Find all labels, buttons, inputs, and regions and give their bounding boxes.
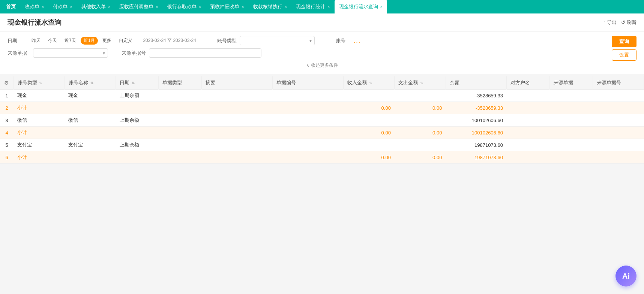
col-voucher-no[interactable]: 单据编号 bbox=[272, 76, 343, 90]
col-expense[interactable]: 支出金额 ⇅ bbox=[395, 76, 446, 90]
cell-source-voucher bbox=[550, 151, 593, 164]
close-icon-cash-bank-flow[interactable]: × bbox=[380, 4, 383, 9]
cell-balance: -3528659.33 bbox=[446, 102, 507, 114]
export-icon: ↑ bbox=[603, 19, 606, 25]
cell-income: 0.00 bbox=[343, 127, 394, 139]
close-icon-receipt[interactable]: × bbox=[42, 4, 44, 9]
col-balance[interactable]: 余额 bbox=[446, 76, 507, 90]
cell-expense: 0.00 bbox=[395, 102, 446, 114]
cell-date bbox=[116, 127, 158, 139]
cell-summary bbox=[201, 151, 272, 164]
nav-item-receipt-verify[interactable]: 收款核销执行× bbox=[249, 0, 291, 13]
close-icon-payment[interactable]: × bbox=[70, 4, 72, 9]
cell-voucher-type bbox=[158, 90, 201, 102]
table-row: 2小计0.000.00-3528659.33 bbox=[0, 102, 644, 114]
date-opt-今天[interactable]: 今天 bbox=[45, 37, 60, 45]
page-header: 现金银行流水查询 ↑ 导出 ↺ 刷新 bbox=[0, 13, 644, 31]
cell-counterparty bbox=[507, 102, 550, 114]
cell-source-voucher bbox=[550, 102, 593, 114]
cell-date: 上期余额 bbox=[116, 114, 158, 127]
col-income[interactable]: 收入金额 ⇅ bbox=[343, 76, 394, 90]
close-icon-bank-deposit[interactable]: × bbox=[199, 4, 201, 9]
col-summary[interactable]: 摘要 bbox=[201, 76, 272, 90]
close-icon-other-income[interactable]: × bbox=[108, 4, 110, 9]
cell-expense bbox=[395, 90, 446, 102]
cell-date: 上期余额 bbox=[116, 90, 158, 102]
col-source-voucher[interactable]: 来源单据 bbox=[550, 76, 593, 90]
cell-account-name: 微信 bbox=[65, 114, 116, 127]
col-source-voucher-no[interactable]: 来源单据号 bbox=[593, 76, 644, 90]
account-dots[interactable]: ... bbox=[354, 37, 361, 44]
filter-actions: 查询 设置 bbox=[612, 36, 636, 61]
cell-source-voucher-no bbox=[593, 90, 644, 102]
collapse-bar[interactable]: ∧ 收起更多条件 bbox=[8, 61, 636, 70]
date-opt-自定义[interactable]: 自定义 bbox=[116, 37, 135, 45]
col-account-name[interactable]: 账号名称 ⇅ bbox=[65, 76, 116, 90]
settings-button[interactable]: 设置 bbox=[612, 49, 636, 61]
account-label: 账号 bbox=[336, 37, 351, 44]
close-icon-ar-ap-adjust[interactable]: × bbox=[156, 4, 158, 9]
cell-balance: 19871073.60 bbox=[446, 151, 507, 164]
cell-account-type: 小计 bbox=[14, 102, 65, 114]
date-opt-更多[interactable]: 更多 bbox=[99, 37, 114, 45]
source-voucher-select[interactable] bbox=[33, 48, 108, 58]
nav-item-payment[interactable]: 付款单× bbox=[48, 0, 77, 13]
query-button[interactable]: 查询 bbox=[612, 36, 636, 47]
nav-item-cash-bank-stats[interactable]: 现金银行统计× bbox=[291, 0, 334, 13]
cell-voucher-type bbox=[158, 127, 201, 139]
nav-item-prepay-offset[interactable]: 预收冲应收单× bbox=[206, 0, 248, 13]
nav-item-home[interactable]: 首页 bbox=[2, 0, 20, 13]
col-gear[interactable]: ⚙ bbox=[0, 76, 14, 90]
table-row: 5支付宝支付宝上期余额19871073.60 bbox=[0, 139, 644, 151]
export-button[interactable]: ↑ 导出 bbox=[603, 19, 617, 26]
cell-summary bbox=[201, 127, 272, 139]
cell-voucher-type bbox=[158, 102, 201, 114]
cell-counterparty bbox=[507, 139, 550, 151]
refresh-button[interactable]: ↺ 刷新 bbox=[621, 19, 636, 26]
close-icon-receipt-verify[interactable]: × bbox=[285, 4, 287, 9]
cell-source-voucher bbox=[550, 90, 593, 102]
refresh-icon: ↺ bbox=[621, 19, 625, 25]
page-title: 现金银行流水查询 bbox=[8, 18, 62, 27]
cell-voucher-no bbox=[272, 127, 343, 139]
cell-expense bbox=[395, 114, 446, 127]
col-counterparty[interactable]: 对方户名 bbox=[507, 76, 550, 90]
cell-voucher-no bbox=[272, 139, 343, 151]
cell-source-voucher bbox=[550, 139, 593, 151]
source-voucher-no-input[interactable] bbox=[149, 48, 261, 58]
date-range-display: 2023-02-24 至 2023-03-24 bbox=[143, 37, 196, 44]
nav-item-other-income[interactable]: 其他收入单× bbox=[77, 0, 115, 13]
account-type-select[interactable]: 现金 微信 支付宝 bbox=[240, 36, 315, 45]
nav-item-cash-bank-flow[interactable]: 现金银行流水查询× bbox=[335, 0, 387, 13]
col-voucher-type[interactable]: 单据类型 bbox=[158, 76, 201, 90]
cell-date bbox=[116, 102, 158, 114]
col-account-type[interactable]: 账号类型 ⇅ bbox=[14, 76, 65, 90]
close-icon-prepay-offset[interactable]: × bbox=[242, 4, 244, 9]
sort-icon-account-type: ⇅ bbox=[39, 81, 42, 85]
cell-source-voucher bbox=[550, 127, 593, 139]
nav-item-receipt[interactable]: 收款单× bbox=[20, 0, 48, 13]
cell-voucher-type bbox=[158, 114, 201, 127]
cell-source-voucher-no bbox=[593, 102, 644, 114]
date-options: 昨天今天近7天近1月更多自定义 bbox=[29, 37, 135, 45]
cell-counterparty bbox=[507, 90, 550, 102]
cell-counterparty bbox=[507, 151, 550, 164]
date-label: 日期 bbox=[8, 37, 23, 44]
collapse-label: 收起更多条件 bbox=[311, 62, 338, 69]
sort-icon-date: ⇅ bbox=[132, 81, 135, 85]
nav-item-ar-ap-adjust[interactable]: 应收应付调整单× bbox=[115, 0, 162, 13]
col-date[interactable]: 日期 ⇅ bbox=[116, 76, 158, 90]
sort-icon-income: ⇅ bbox=[369, 81, 372, 85]
cell-summary bbox=[201, 90, 272, 102]
source-voucher-no-label: 来源单据号 bbox=[122, 50, 146, 57]
date-opt-近7天[interactable]: 近7天 bbox=[62, 37, 79, 45]
cell-account-type: 现金 bbox=[14, 90, 65, 102]
close-icon-cash-bank-stats[interactable]: × bbox=[327, 4, 330, 9]
cell-source-voucher-no bbox=[593, 127, 644, 139]
cell-income bbox=[343, 90, 394, 102]
date-opt-昨天[interactable]: 昨天 bbox=[29, 37, 44, 45]
account-type-label: 账号类型 bbox=[217, 37, 237, 44]
cell-voucher-no bbox=[272, 90, 343, 102]
date-opt-近1月[interactable]: 近1月 bbox=[81, 37, 98, 45]
nav-item-bank-deposit[interactable]: 银行存取款单× bbox=[163, 0, 206, 13]
